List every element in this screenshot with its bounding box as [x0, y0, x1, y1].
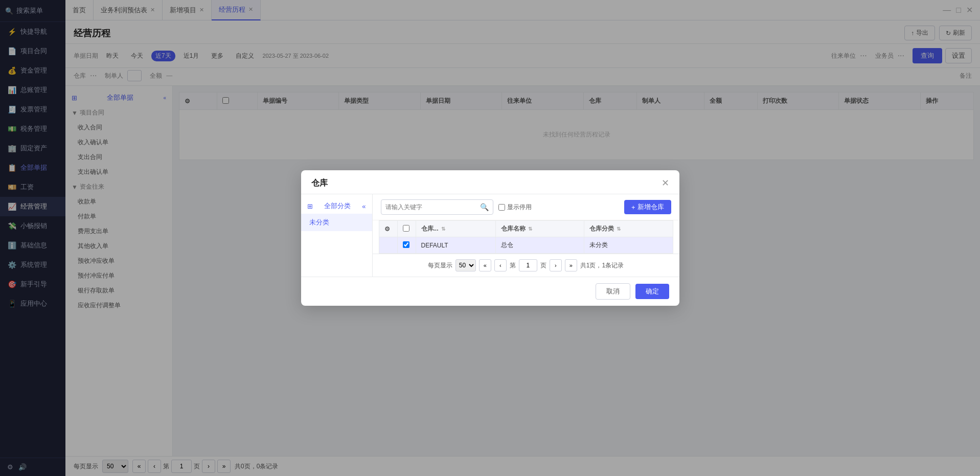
modal-page-label: 第	[510, 261, 516, 270]
modal-td-settings	[379, 237, 397, 254]
modal-th-no[interactable]: 仓库... ⇅	[416, 221, 495, 237]
sort-no-icon: ⇅	[441, 226, 445, 232]
modal-page-number-input[interactable]	[519, 259, 537, 271]
sort-category-icon: ⇅	[617, 226, 621, 232]
modal-select-all[interactable]	[403, 225, 409, 232]
modal-prev-page-btn[interactable]: ‹	[494, 259, 507, 271]
show-disabled-checkbox[interactable]	[498, 204, 505, 211]
modal-pagination: 每页显示 50 « ‹ 第 页 › » 共1页，1条记录	[373, 254, 679, 277]
modal-table-area: ⚙ 仓库... ⇅ 仓库名称 ⇅	[373, 220, 679, 254]
modal-table-row[interactable]: DEFAULT 总仓 未分类	[379, 237, 673, 254]
confirm-button[interactable]: 确定	[635, 284, 669, 299]
modal-td-category: 未分类	[584, 237, 673, 254]
modal-first-page-btn[interactable]: «	[479, 259, 491, 271]
modal-table: ⚙ 仓库... ⇅ 仓库名称 ⇅	[379, 220, 673, 254]
grid-icon-modal: ⊞	[307, 202, 313, 210]
sort-name-icon: ⇅	[528, 226, 532, 232]
modal-sidebar-header[interactable]: ⊞ 全部分类 «	[301, 198, 372, 214]
modal-page-end: 页	[540, 261, 546, 270]
modal-main: 🔍 显示停用 + 新增仓库	[373, 194, 679, 277]
modal-th-settings: ⚙	[379, 221, 397, 237]
modal-table-header: ⚙ 仓库... ⇅ 仓库名称 ⇅	[379, 221, 673, 237]
modal-search-input[interactable]	[381, 203, 476, 211]
modal-th-checkbox[interactable]	[397, 221, 416, 237]
modal-collapse-icon: «	[362, 202, 366, 210]
modal-body: ⊞ 全部分类 « 未分类 🔍	[301, 194, 679, 277]
add-warehouse-btn[interactable]: + 新增仓库	[624, 200, 671, 214]
modal-close-btn[interactable]: ✕	[662, 177, 669, 189]
modal-next-page-btn[interactable]: ›	[550, 259, 562, 271]
modal-td-no: DEFAULT	[416, 237, 495, 254]
modal-sidebar: ⊞ 全部分类 « 未分类	[301, 194, 373, 277]
modal-header: 仓库 ✕	[301, 170, 679, 194]
modal-page-size-select[interactable]: 50	[455, 259, 476, 271]
modal-th-name[interactable]: 仓库名称 ⇅	[495, 221, 584, 237]
modal-last-page-btn[interactable]: »	[565, 259, 577, 271]
modal-td-checkbox[interactable]	[397, 237, 416, 254]
show-disabled-label[interactable]: 显示停用	[498, 203, 532, 212]
modal-row-checkbox[interactable]	[403, 241, 409, 248]
modal-search-icon: 🔍	[476, 203, 493, 211]
modal-th-category[interactable]: 仓库分类 ⇅	[584, 221, 673, 237]
modal-page-size-label: 每页显示	[428, 261, 452, 270]
cancel-button[interactable]: 取消	[596, 283, 630, 300]
modal-total-label: 共1页，1条记录	[580, 261, 624, 270]
plus-icon: +	[631, 203, 635, 211]
modal-title: 仓库	[311, 178, 328, 189]
warehouse-modal: 仓库 ✕ ⊞ 全部分类 « 未分类	[301, 170, 679, 306]
modal-td-name: 总仓	[495, 237, 584, 254]
modal-search-box[interactable]: 🔍	[381, 199, 493, 215]
modal-footer: 取消 确定	[301, 277, 679, 306]
modal-toolbar: 🔍 显示停用 + 新增仓库	[373, 194, 679, 220]
modal-sidebar-uncategorized[interactable]: 未分类	[301, 214, 372, 231]
modal-overlay[interactable]: 仓库 ✕ ⊞ 全部分类 « 未分类	[0, 0, 980, 476]
